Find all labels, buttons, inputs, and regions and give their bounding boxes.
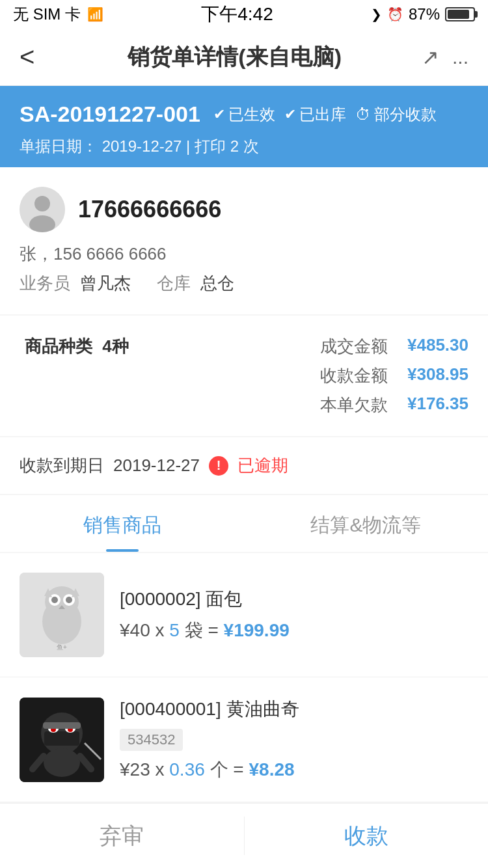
collected-label: 收款金额 [320,364,388,387]
location-icon: ❯ [371,7,382,22]
status-shipped: ✔ 已出库 [284,104,346,125]
products-section: 鱼+ [0000002] 面包 ¥40 x 5 袋 = ¥199.99 [0,553,488,802]
owed-amount: ¥176.35 [407,394,468,416]
product-eq-1: = [208,620,223,640]
battery-indicator [445,7,475,21]
time-text: 下午4:42 [201,2,273,27]
customer-meta: 业务员 曾凡杰 仓库 总仓 [20,272,468,295]
order-number: SA-20191227-001 [20,102,200,127]
svg-rect-21 [43,722,81,729]
product-multiply-2: x [156,759,170,780]
warehouse: 仓库 总仓 [157,272,234,295]
nav-bar: < 销货单详情(来自电脑) ↗ ... [0,29,488,86]
sales-label: 业务员 [20,273,70,293]
more-icon[interactable]: ... [452,46,468,68]
warehouse-name: 总仓 [200,273,234,293]
order-date: 单据日期： 2019-12-27 | 打印 2 次 [20,136,468,157]
owed-row: 本单欠款 ¥176.35 [320,394,468,416]
product-tag-2: 534532 [120,729,183,751]
product-total-2: ¥8.28 [249,759,294,780]
product-name-label-1: 面包 [206,589,242,609]
product-name-label-2: 黄油曲奇 [226,699,299,719]
product-name-2: [000400001] 黄油曲奇 [120,697,468,722]
svg-rect-16 [44,731,79,746]
svg-text:鱼+: 鱼+ [57,644,67,651]
collected-row: 收款金额 ¥308.95 [320,364,468,387]
clock-icon: ⏱ [355,105,371,124]
summary-left: 商品种类 4种 [20,335,129,358]
customer-avatar [20,187,65,232]
page-title: 销货单详情(来自电脑) [47,42,422,72]
product-unit-label-1: 袋 [185,620,203,640]
summary-right: 成交金额 ¥485.30 收款金额 ¥308.95 本单欠款 ¥176.35 [320,335,468,416]
confirm-button[interactable]: 收款 [245,804,489,868]
svg-point-1 [34,196,50,211]
product-item: 鱼+ [0000002] 面包 ¥40 x 5 袋 = ¥199.99 [0,553,488,677]
product-qty-2: 0.36 [169,759,205,780]
product-multiply-1: x [156,620,170,640]
deal-label: 成交金额 [320,335,388,358]
product-unit-label-2: 个 [210,759,228,780]
status-right: ❯ ⏰ 87% [371,5,475,23]
owed-label: 本单欠款 [320,394,388,416]
print-info: | 打印 2 次 [186,137,259,155]
warehouse-label: 仓库 [157,273,191,293]
cancel-button[interactable]: 弃审 [0,804,244,868]
carrier-text: 无 SIM 卡 [13,4,81,25]
due-section: 收款到期日 2019-12-27 ! 已逾期 [0,437,488,494]
alarm-icon: ⏰ [387,7,403,22]
svg-point-8 [51,597,58,603]
nav-right-actions: ↗ ... [422,45,468,70]
product-qty-1: 5 [169,620,180,640]
tab-settlement[interactable]: 结算&物流等 [244,495,488,552]
category-count: 4种 [102,336,128,356]
due-label: 收款到期日 [20,454,104,477]
battery-text: 87% [409,5,440,23]
product-total-1: ¥199.99 [224,620,290,640]
product-thumb-2 [20,698,104,782]
customer-name-phone: 张，156 6666 6666 [20,243,468,265]
product-price-2: ¥23 x 0.36 个 = ¥8.28 [120,757,468,782]
overdue-text: 已逾期 [237,454,288,477]
product-eq-2: = [233,759,249,780]
status-partial-label: 部分收款 [374,104,437,125]
tabs-section: 销售商品 结算&物流等 [0,495,488,552]
product-item-2: [000400001] 黄油曲奇 534532 ¥23 x 0.36 个 = ¥… [0,677,488,802]
deal-amount-row: 成交金额 ¥485.30 [320,335,468,358]
date-label: 单据日期： [20,137,98,155]
product-info-2: [000400001] 黄油曲奇 534532 ¥23 x 0.36 个 = ¥… [120,697,468,782]
product-thumb-1: 鱼+ [20,573,104,657]
product-name-1: [0000002] 面包 [120,587,468,612]
status-bar: 无 SIM 卡 📶 下午4:42 ❯ ⏰ 87% [0,0,488,29]
product-unit-price-1: ¥40 [120,620,150,640]
summary-section: 商品种类 4种 成交金额 ¥485.30 收款金额 ¥308.95 本单欠款 ¥… [0,316,488,436]
product-unit-price-2: ¥23 [120,759,150,780]
share-icon[interactable]: ↗ [422,45,439,70]
check-icon-1: ✔ [213,106,225,123]
customer-phone: 17666666666 [78,196,221,223]
svg-point-9 [66,597,72,603]
date-value: 2019-12-27 [102,137,182,155]
collected-amount: ¥308.95 [407,364,468,387]
wifi-icon: 📶 [87,7,103,22]
category-label: 商品种类 [25,336,92,356]
bottom-bar: 弃审 收款 [0,803,488,868]
svg-point-22 [44,748,80,777]
check-icon-2: ✔ [284,106,296,123]
sales-person: 业务员 曾凡杰 [20,272,131,295]
overdue-icon: ! [209,456,228,476]
back-button[interactable]: < [20,42,34,72]
product-code-1: [0000002] [120,589,201,609]
status-tags: ✔ 已生效 ✔ 已出库 ⏱ 部分收款 [213,104,437,125]
tab-sales-label: 销售商品 [83,514,161,536]
due-date: 2019-12-27 [113,455,200,476]
product-price-1: ¥40 x 5 袋 = ¥199.99 [120,618,468,643]
tab-settlement-label: 结算&物流等 [310,514,421,536]
tab-sales-products[interactable]: 销售商品 [0,495,244,552]
status-effected-label: 已生效 [228,104,275,125]
product-code-2: [000400001] [120,699,221,719]
order-header: SA-20191227-001 ✔ 已生效 ✔ 已出库 ⏱ 部分收款 单据日期：… [0,86,488,167]
status-left: 无 SIM 卡 📶 [13,4,103,25]
sales-name: 曾凡杰 [80,273,131,293]
deal-amount: ¥485.30 [407,335,468,358]
